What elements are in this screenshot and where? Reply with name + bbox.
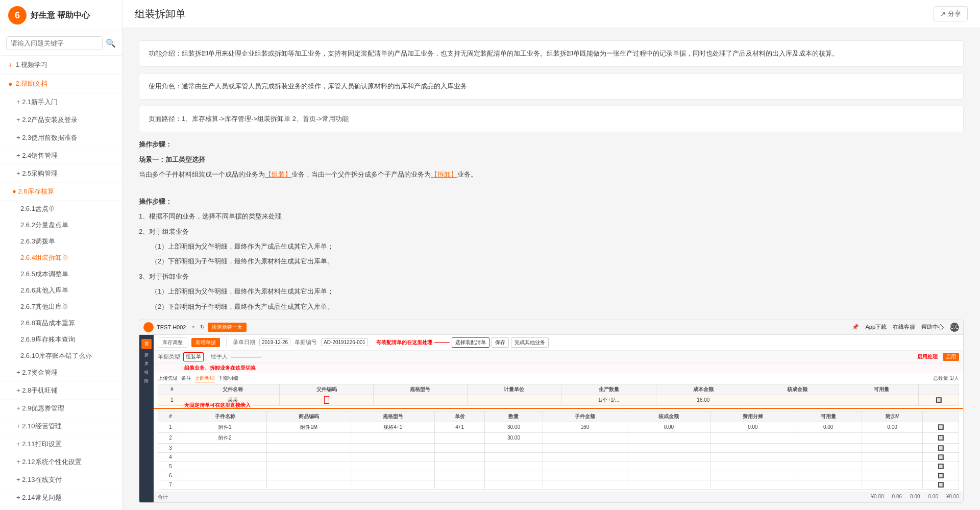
mock-btn-complete: 完成其他业务 [511,337,549,348]
sidebar-item-install-label: 2.2产品安装及登录 [22,116,78,124]
share-label: 分享 [948,9,961,18]
sidebar-item-stocktake[interactable]: 2.6.1盘点单 [0,201,122,217]
sidebar-item-account-error[interactable]: 2.6.10库存账本错了么办 [0,348,122,364]
mock-td-cost: 16.00 [656,395,750,405]
mock-nav-icon3: 库 [144,361,149,367]
sidebar-item-print[interactable]: + 2.11打印设置 [0,435,122,453]
expand-icon: + [16,494,22,501]
sidebar-item-assembly[interactable]: 2.6.4组装拆卸单 [0,250,122,266]
sidebar-item-cases[interactable]: + 2.15操作案例 [0,507,122,510]
mock-upper-tabs: 上传凭证 备注 上部明细 下部明细 总数量 1/人 [158,375,959,382]
table-row: 5🔲 [158,462,959,471]
role-text: 使用角色：通常由生产人员或库管人员完成拆装业务的操作，库管人员确认原材料的出库和… [149,82,467,90]
mock-lower-table-area: 无固定清单可在这里直接录入 # 子件名称 商品编码 规格型号 单价 [154,408,963,492]
share-button[interactable]: ↗ 分享 [934,6,968,21]
expand-icon: + [16,98,22,106]
sidebar-item-stocktake-label: 2.6.1盘点单 [20,205,55,212]
mock-logo [143,322,154,332]
step3-2: （2）下部明细为子件明细，最终作为产成品生成其它入库单。 [151,301,964,312]
sidebar-item-finance[interactable]: + 2.7资金管理 [0,364,122,382]
table-row: 6🔲 [158,471,959,480]
mock-date-value: 2019-12-26 [259,338,290,346]
mock-annotation3-text: 启用处理 [917,353,938,360]
sidebar-item-mobile[interactable]: + 2.8手机旺铺 [0,382,122,400]
collapse-icon: ● [8,80,12,88]
step2: 2、对于组装业务 [139,226,964,237]
mock-upper-header-row: # 父件名称 父件编码 规格型号 计量单位 生产数量 成本金额 核成金额 可用量 [158,384,959,395]
sidebar-item-cost-adjust[interactable]: 2.6.5成本调整单 [0,266,122,282]
sidebar-item-ops-label: 2.10经营管理 [22,422,61,430]
sidebar-item-data-prep-label: 2.3使用前数据准备 [22,134,78,141]
sidebar-item-sales[interactable]: + 2.4销售管理 [0,147,122,165]
mock-add-row: 总数量 1/人 [933,375,959,382]
step1: 1、根据不同的业务，选择不同单据的类型来处理 [139,210,964,222]
sidebar-item-assembly-label: 2.6.4组装拆卸单 [20,254,68,261]
sidebar-item-other-in[interactable]: 2.6.6其他入库单 [0,282,122,299]
mock-bottom-bar: 合计 ¥0.00 0.06 0.00 0.00 ¥0.00 [154,492,963,502]
sidebar-item-faq-label: 2.14常见问题 [22,494,61,501]
mock-th-parent-name: 父件名称 [186,384,280,395]
search-input[interactable] [6,36,103,50]
sidebar-item-faq[interactable]: + 2.14常见问题 [0,489,122,507]
sidebar-item-install[interactable]: + 2.2产品安装及登录 [0,111,122,129]
mock-lth-child-name: 子件名称 [183,411,267,422]
mock-lth-fee: 费用分摊 [711,411,795,422]
sidebar-item-cost-recalc[interactable]: 2.6.8商品成本重算 [0,315,122,331]
mock-divider [226,338,227,347]
mock-total-label: 合计 [158,494,168,501]
steps-title2: 操作步骤： [139,198,172,205]
mock-total-val4: 0.00 [928,494,938,501]
sidebar-item-data-prep[interactable]: + 2.3使用前数据准备 [0,129,122,147]
sidebar-item-purchase[interactable]: + 2.5采购管理 [0,165,122,183]
sidebar-item-coupon[interactable]: + 2.9优惠券管理 [0,400,122,418]
assembly-link[interactable]: 【组装】 [265,171,291,178]
mock-nav-help: 帮助中心 [921,323,944,331]
sidebar-item-online-pay[interactable]: + 2.13在线支付 [0,471,122,489]
search-box: 🔍 [0,31,122,56]
sidebar-item-newcomer[interactable]: + 2.1新手入门 [0,93,122,111]
sidebar-item-transfer[interactable]: 2.6.3调拨单 [0,233,122,250]
sidebar-item-ops[interactable]: + 2.10经营管理 [0,418,122,435]
mock-enable-btn: 启用 [943,353,959,361]
sidebar-item-videos[interactable]: + 1.视频学习 [0,56,122,75]
search-icon[interactable]: 🔍 [106,38,116,48]
sidebar-item-account-error-label: 2.6.10库存账本错了么办 [20,352,92,359]
mock-order-label: 单据编号 [295,338,317,346]
mock-lower-header-row: # 子件名称 商品编码 规格型号 单价 数量 子件金额 核成金额 费用分摊 [158,411,959,422]
sidebar-sub-items: + 2.1新手入门 + 2.2产品安装及登录 + 2.3使用前数据准备 + 2.… [0,93,122,510]
collapse-icon: ● [12,187,18,195]
mock-tab-new: 新增单据 [191,338,220,347]
mock-td-pcode [280,395,374,405]
sidebar-item-split-stocktake-label: 2.6.2分量盘点单 [20,221,68,229]
sidebar-item-stock-query[interactable]: 2.6.9库存账本查询 [0,331,122,348]
mock-date-label: 录单日期 [233,338,255,346]
mock-upload-label: 上传凭证 [158,375,178,382]
role-card: 使用角色：通常由生产人员或库管人员完成拆装业务的操作，库管人员确认原材料的出库和… [139,73,964,100]
sidebar-item-other-out[interactable]: 2.6.7其他出库单 [0,299,122,315]
mock-annotation1-text: 有装配清单的在这里处理 [376,339,432,346]
expand-icon: + [16,422,22,430]
sidebar-item-system[interactable]: + 2.12系统个性化设置 [0,453,122,471]
mock-tab-adjust: 库存调整 [158,337,187,348]
expand-icon: + [16,152,22,159]
mock-upper-table: # 父件名称 父件编码 规格型号 计量单位 生产数量 成本金额 核成金额 可用量 [158,384,959,406]
mock-lower-tab: 下部明细 [218,375,238,382]
disassembly-link[interactable]: 【拆卸】 [431,171,457,178]
mock-lth-price: 单价 [435,411,484,422]
mock-th-unit: 计量单位 [467,384,561,395]
sidebar-item-split-stocktake[interactable]: 2.6.2分量盘点单 [0,217,122,233]
mock-nav-icon1: 首 [141,339,152,349]
mock-lth-child-code: 商品编码 [267,411,351,422]
mock-annotation2-text: 组装业务、拆卸业务在这里切换 [184,365,256,371]
mock-total-val2: 0.06 [892,494,902,501]
table-row: 4🔲 [158,452,959,462]
mock-th-parent-code: 父件编码 [280,384,374,395]
mock-lth-subtotal: 子件金额 [543,411,627,422]
mock-nav-app: App下载 [865,323,887,331]
expand-icon: + [16,440,22,448]
mock-pcode-box [324,396,329,404]
sidebar-item-inventory[interactable]: ● 2.6库存核算 [0,183,122,201]
mock-td-prodqty: 1/个+1/... [561,395,656,405]
sidebar-item-help-docs[interactable]: ● 2.帮助文档 [0,75,122,93]
sidebar-item-help-docs-label: 2.帮助文档 [15,79,47,88]
